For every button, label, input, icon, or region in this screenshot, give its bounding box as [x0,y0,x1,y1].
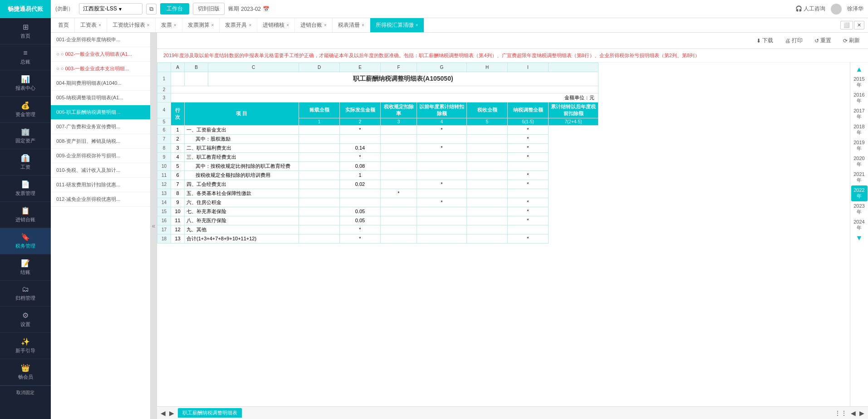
form-list-item-004[interactable]: 004-期间费用明细表(A1040... [51,76,150,91]
cell-15A[interactable]: 10 [171,207,185,216]
sidebar-item-assets[interactable]: 🏢 固定资产 [0,123,51,149]
cell-10F[interactable] [381,161,417,171]
cell-16B[interactable]: 八、补充医疗保险 [185,216,299,225]
cell-7B[interactable]: 其中：股权激励 [185,134,299,143]
cell-11A[interactable]: 6 [171,171,185,180]
tab-salary-report-close[interactable]: × [147,23,150,28]
cell-12I[interactable]: * [508,180,549,189]
cell-16A[interactable]: 11 [171,216,185,225]
cell-14D[interactable] [299,198,340,207]
tab-home[interactable]: 首页 [53,18,75,33]
cell-18E[interactable]: * [340,234,381,243]
cell-10D[interactable] [299,161,340,171]
year-2024[interactable]: 2024年 [851,217,868,233]
tab-invoice-open[interactable]: 发票开具× [220,18,257,33]
sidebar-item-invoice[interactable]: 📄 发票管理 [0,175,51,202]
cell-12B[interactable]: 四、工会经费支出 [185,180,299,189]
cell-11E[interactable]: 1 [340,171,381,180]
cell-13I[interactable] [508,189,549,198]
cell-6H[interactable] [467,125,508,134]
cell-7G[interactable] [417,134,467,143]
cell-18B[interactable]: 合计(1+3+4+7+8+9+10+11+12) [185,234,299,243]
form-list-item-012[interactable]: 012-减免企业所得税优惠明... [51,192,150,207]
sidebar-item-archive[interactable]: 🗂 归档管理 [0,281,51,307]
sidebar-item-home[interactable]: ⊞ 首页 [0,18,51,44]
tab-sales-ledger[interactable]: 进销台账× [295,18,333,33]
company-selector[interactable]: 江西股宝-LSS ▾ [79,3,142,15]
cell-15F[interactable] [381,207,417,216]
sidebar-item-guide[interactable]: ✨ 新手引导 [0,333,51,359]
form-list-item-005[interactable]: 005-纳税调整项目明细表(A1... [51,91,150,105]
cell-10H[interactable] [467,161,508,171]
year-2017[interactable]: 2017年 [851,106,868,122]
sidebar-item-tax[interactable]: 🔖 税务管理 [0,228,51,254]
cell-17A[interactable]: 12 [171,225,185,234]
cell-15B[interactable]: 七、补充养老保险 [185,207,299,216]
copy-icon-btn[interactable]: ⧉ [146,4,157,15]
cell-18F[interactable] [381,234,417,243]
cell-9I[interactable]: * [508,152,549,161]
sidebar-item-salary[interactable]: 👔 工资 [0,149,51,175]
tab-sales-check[interactable]: 进销稽核× [257,18,295,33]
cell-17F[interactable] [381,225,417,234]
sheet-nav-prev[interactable]: ◀ [161,409,166,417]
cell-17I[interactable] [508,225,549,234]
scroll-left-btn[interactable]: ◀ [851,409,856,417]
cell-11H[interactable] [467,171,508,180]
form-list-item-008[interactable]: 008-资产折旧、摊销及纳税... [51,134,150,149]
sidebar-bottom-action[interactable]: 取消固定 [0,385,51,400]
cell-13A[interactable]: 8 [171,189,185,198]
cell-18G[interactable] [417,234,467,243]
tab-tax-annual-close[interactable]: × [416,23,418,28]
year-2023[interactable]: 2023年 [851,201,868,217]
scroll-right-btn[interactable]: ▶ [859,409,864,417]
cell-15G[interactable] [417,207,467,216]
tab-tax-annual[interactable]: 所得税汇算清缴× [370,18,424,33]
cell-8B[interactable]: 二、职工福利费支出 [185,143,299,152]
cell-14G[interactable]: * [417,198,467,207]
tab-invoice-open-close[interactable]: × [249,23,251,28]
tab-tax-list-close[interactable]: × [362,23,364,28]
year-2019[interactable]: 2019年 [851,138,868,154]
cell-17G[interactable] [417,225,467,234]
cell-7H[interactable] [467,134,508,143]
cell-10A[interactable]: 5 [171,161,185,171]
cell-16H[interactable] [467,216,508,225]
cell-14B[interactable]: 六、住房公积金 [185,198,299,207]
download-btn[interactable]: ⬇ 下载 [753,35,777,46]
cell-17D[interactable] [299,225,340,234]
sidebar-item-sales[interactable]: 📋 进销台账 [0,202,51,228]
tab-salary[interactable]: 工资表× [75,18,107,33]
cell-7A[interactable]: 2 [171,134,185,143]
cell-12A[interactable]: 7 [171,180,185,189]
cell-15D[interactable] [299,207,340,216]
cell-6F[interactable] [381,125,417,134]
cell-17E[interactable]: * [340,225,381,234]
cell-13F[interactable]: * [381,189,417,198]
panel-collapse-btn[interactable]: « [151,33,157,419]
cell-15I[interactable]: * [508,207,549,216]
cell-14A[interactable]: 9 [171,198,185,207]
form-list-item-006[interactable]: 006-职工薪酬纳税调整明细... [51,105,150,120]
form-list-item-009[interactable]: 009-企业所得税弥补亏损明... [51,149,150,163]
year-2018[interactable]: 2018年 [851,122,868,138]
form-list-item-002[interactable]: ○ 002-一般企业收入明细表(A1... [51,47,150,62]
sidebar-item-settle[interactable]: 📝 结账 [0,254,51,281]
year-down-btn[interactable]: ▼ [855,233,864,243]
cell-18H[interactable] [467,234,508,243]
support-btn[interactable]: 🎧 人工咨询 [795,5,825,13]
cell-7I[interactable]: * [508,134,549,143]
form-list-item-007[interactable]: 007-广告费和业务宣传费明... [51,120,150,134]
sidebar-item-member[interactable]: 👑 畅会员 [0,359,51,385]
user-avatar[interactable] [831,4,842,15]
cell-8D[interactable] [299,143,340,152]
cell-12E[interactable]: 0.02 [340,180,381,189]
cell-6I[interactable]: * [508,125,549,134]
cell-15E[interactable]: 0.05 [340,207,381,216]
cell-15H[interactable] [467,207,508,216]
cell-7D[interactable] [299,134,340,143]
cell-10E[interactable]: 0.08 [340,161,381,171]
year-2016[interactable]: 2016年 [851,90,868,106]
cell-6D[interactable] [299,125,340,134]
sheet-nav-next[interactable]: ▶ [169,409,174,417]
